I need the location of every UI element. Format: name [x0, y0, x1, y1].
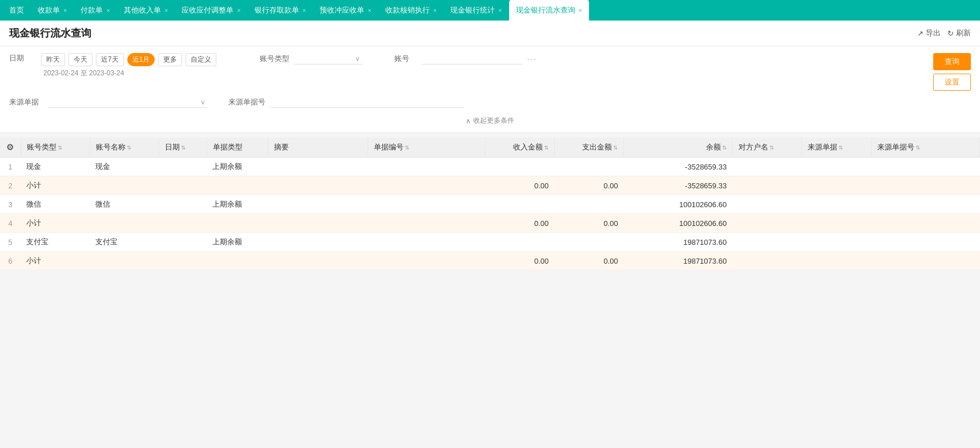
nav-cash-flow-close[interactable]: × — [579, 0, 582, 21]
col-source-doc[interactable]: 来源单据⇅ — [802, 138, 871, 158]
cell-expense — [554, 158, 623, 176]
date-today[interactable]: 今天 — [68, 53, 92, 66]
source-doc-select[interactable] — [48, 96, 208, 108]
page-header: 现金银行流水查询 ↗ 导出 ↻ 刷新 — [0, 21, 980, 46]
nav-payments-close[interactable]: × — [106, 0, 110, 21]
nav-bank-deposit-close[interactable]: × — [303, 0, 306, 21]
account-input[interactable] — [422, 53, 522, 64]
cell-doc-no — [368, 176, 485, 195]
nav-prepayment-label: 预收冲应收单 — [320, 0, 364, 21]
collapse-label: 收起更多条件 — [473, 116, 514, 126]
date-7days[interactable]: 近7天 — [96, 53, 124, 66]
cell-summary — [268, 195, 368, 214]
sort-account-name-icon: ⇅ — [127, 144, 131, 151]
nav-receipts-close[interactable]: × — [63, 0, 67, 21]
row-num: 6 — [0, 252, 21, 271]
top-navigation: 首页 收款单 × 付款单 × 其他收入单 × 应收应付调整单 × 银行存取款单 … — [0, 0, 980, 21]
nav-prepayment[interactable]: 预收冲应收单 × — [313, 0, 378, 21]
cell-source-doc-no — [871, 158, 979, 176]
nav-other-income-close[interactable]: × — [164, 0, 168, 21]
cell-doc-type: 上期余额 — [207, 195, 268, 214]
cell-account-type: 微信 — [21, 195, 90, 214]
account-type-select[interactable] — [294, 53, 362, 64]
cell-date — [159, 195, 207, 214]
cell-doc-type: 上期余额 — [207, 158, 268, 176]
cell-source-doc — [802, 195, 871, 214]
cell-doc-no — [368, 233, 485, 252]
nav-cash-stats[interactable]: 现金银行统计 × — [443, 0, 509, 21]
nav-collection[interactable]: 收款核销执行 × — [378, 0, 443, 21]
col-counterparty[interactable]: 对方户名⇅ — [732, 138, 801, 158]
date-yesterday[interactable]: 昨天 — [41, 53, 65, 66]
col-gear[interactable]: ⚙ — [0, 138, 21, 158]
cell-counterparty — [732, 233, 801, 252]
account-more-icon[interactable]: ··· — [527, 54, 537, 63]
refresh-button[interactable]: ↻ 刷新 — [947, 28, 971, 38]
col-account-name[interactable]: 账号名称⇅ — [90, 138, 159, 158]
date-more[interactable]: 更多 — [158, 53, 182, 66]
sort-date-icon: ⇅ — [181, 144, 185, 151]
table-row: 6小计0.000.0019871073.60 — [0, 252, 980, 271]
nav-home-label: 首页 — [9, 0, 24, 21]
cell-income: 0.00 — [485, 252, 554, 271]
col-account-type[interactable]: 账号类型⇅ — [21, 138, 90, 158]
col-balance[interactable]: 余额⇅ — [624, 138, 732, 158]
cell-expense: 0.00 — [554, 252, 623, 271]
cell-income: 0.00 — [485, 176, 554, 195]
row-num: 4 — [0, 214, 21, 233]
data-table: ⚙ 账号类型⇅ 账号名称⇅ 日期⇅ 单据类型 摘要 单据编号⇅ — [0, 138, 980, 271]
cell-source-doc-no — [871, 233, 979, 252]
source-doc-num-input[interactable] — [270, 96, 464, 108]
table-header-row: ⚙ 账号类型⇅ 账号名称⇅ 日期⇅ 单据类型 摘要 单据编号⇅ — [0, 138, 980, 158]
cell-date — [159, 233, 207, 252]
cell-counterparty — [732, 176, 801, 195]
cell-source-doc-no — [871, 195, 979, 214]
col-doc-no[interactable]: 单据编号⇅ — [368, 138, 485, 158]
cell-income — [485, 195, 554, 214]
collapse-bar[interactable]: ∧ 收起更多条件 — [9, 114, 971, 126]
col-expense[interactable]: 支出金额⇅ — [554, 138, 623, 158]
page-title: 现金银行流水查询 — [9, 26, 91, 40]
col-summary[interactable]: 摘要 — [268, 138, 368, 158]
account-label: 账号 — [394, 54, 417, 64]
cell-summary — [268, 252, 368, 271]
nav-receipts[interactable]: 收款单 × — [31, 0, 74, 21]
nav-collection-close[interactable]: × — [433, 0, 437, 21]
cell-date — [159, 252, 207, 271]
nav-home[interactable]: 首页 — [2, 0, 31, 21]
nav-adjustment-close[interactable]: × — [237, 0, 240, 21]
cell-doc-no — [368, 195, 485, 214]
cell-summary — [268, 233, 368, 252]
table-settings-icon[interactable]: ⚙ — [6, 142, 14, 152]
date-1month[interactable]: 近1月 — [127, 53, 155, 66]
settings-button[interactable]: 设置 — [933, 74, 971, 91]
cell-summary — [268, 158, 368, 176]
query-button[interactable]: 查询 — [933, 53, 971, 70]
col-date[interactable]: 日期⇅ — [159, 138, 207, 158]
nav-collection-label: 收款核销执行 — [385, 0, 430, 21]
nav-other-income[interactable]: 其他收入单 × — [117, 0, 175, 21]
nav-cash-stats-close[interactable]: × — [498, 0, 502, 21]
nav-payments[interactable]: 付款单 × — [74, 0, 116, 21]
date-custom[interactable]: 自定义 — [185, 53, 216, 66]
cell-balance: -3528659.33 — [624, 158, 732, 176]
cell-account-type: 小计 — [21, 252, 90, 271]
cell-doc-no — [368, 158, 485, 176]
col-source-doc-no[interactable]: 来源单据号⇅ — [871, 138, 979, 158]
col-doc-type[interactable]: 单据类型 — [207, 138, 268, 158]
col-income[interactable]: 收入金额⇅ — [485, 138, 554, 158]
refresh-icon: ↻ — [947, 29, 954, 38]
cell-balance: 100102606.60 — [624, 214, 732, 233]
sort-account-type-icon: ⇅ — [58, 144, 62, 151]
export-button[interactable]: ↗ 导出 — [917, 28, 941, 38]
nav-cash-flow[interactable]: 现金银行流水查询 × — [509, 0, 589, 21]
cell-income — [485, 233, 554, 252]
nav-adjustment[interactable]: 应收应付调整单 × — [175, 0, 247, 21]
table-row: 2小计0.000.00-3528659.33 — [0, 176, 980, 195]
nav-prepayment-close[interactable]: × — [368, 0, 371, 21]
nav-bank-deposit[interactable]: 银行存取款单 × — [248, 0, 313, 21]
nav-receipts-label: 收款单 — [38, 0, 60, 21]
cell-source-doc — [802, 252, 871, 271]
cell-source-doc — [802, 158, 871, 176]
cell-doc-type: 上期余额 — [207, 233, 268, 252]
